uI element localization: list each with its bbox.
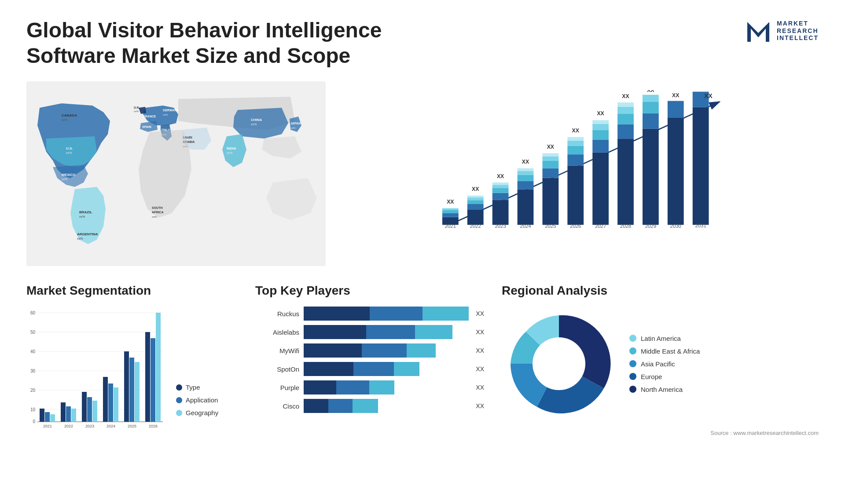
svg-text:XX: XX [647,90,654,93]
svg-rect-59 [518,171,534,175]
svg-rect-64 [543,168,559,178]
svg-text:XX: XX [672,92,680,99]
player-bar-wrap [304,380,469,394]
reg-dot-europe [629,373,636,380]
svg-text:2030: 2030 [670,223,681,229]
reg-dot-latin [629,335,636,342]
svg-text:xx%: xx% [143,120,148,122]
svg-rect-129 [92,401,97,422]
reg-dot-mea [629,347,636,354]
svg-rect-63 [543,178,559,225]
svg-text:2022: 2022 [64,424,73,428]
svg-rect-123 [61,402,66,422]
svg-rect-70 [567,166,584,225]
reg-legend-apac: Asia Pacific [629,360,700,368]
svg-point-143 [533,337,585,390]
reg-legend-latin: Latin America [629,335,700,342]
svg-text:XX: XX [522,159,529,165]
player-row: Purple XX [255,380,484,394]
svg-rect-80 [592,124,609,130]
svg-rect-58 [518,175,534,181]
reg-dot-na [629,386,636,393]
svg-rect-141 [156,313,161,422]
regional-content: Latin America Middle East & Africa Asia … [502,307,819,421]
svg-rect-85 [617,124,634,139]
legend-dot-geography [176,410,182,416]
svg-rect-74 [567,137,584,141]
svg-text:MEXICO: MEXICO [62,173,76,177]
reg-label-na: North America [641,386,683,393]
svg-text:INDIA: INDIA [227,146,236,150]
svg-rect-81 [592,120,609,124]
svg-rect-91 [643,129,659,225]
svg-rect-79 [592,130,609,140]
logo-box: MARKET RESEARCH INTELLECT [745,18,819,44]
player-val: XX [476,402,484,409]
svg-text:SPAIN: SPAIN [142,125,151,128]
svg-text:2021: 2021 [445,223,456,229]
svg-text:XX: XX [597,110,604,117]
segmentation-container: Market Segmentation 60 50 40 30 20 10 0 [26,284,238,436]
svg-text:XX: XX [572,128,580,134]
svg-rect-52 [492,185,509,188]
svg-text:2021: 2021 [43,424,52,428]
svg-text:xx%: xx% [251,123,257,126]
svg-rect-57 [518,181,534,190]
svg-rect-133 [114,387,118,422]
svg-text:CHINA: CHINA [251,118,262,122]
player-row: Cisco XX [255,399,484,413]
logo-text: MARKET RESEARCH INTELLECT [777,20,819,42]
svg-rect-86 [617,114,634,125]
svg-text:20: 20 [30,388,36,393]
reg-dot-apac [629,360,636,367]
bar-chart-svg: XX 2021 XX 2022 XX 2023 [352,90,810,244]
reg-legend-mea: Middle East & Africa [629,347,700,355]
svg-text:2024: 2024 [520,223,531,229]
svg-text:GERMANY: GERMANY [163,109,179,112]
svg-rect-66 [543,157,559,161]
player-name: SpotOn [255,365,299,373]
svg-rect-60 [518,168,534,171]
svg-rect-136 [129,358,134,422]
svg-rect-73 [567,141,584,146]
player-row: MyWifi XX [255,343,484,358]
svg-rect-77 [592,153,609,225]
svg-rect-120 [45,412,50,422]
svg-rect-98 [668,101,684,118]
svg-rect-132 [108,383,113,422]
legend-label-application: Application [186,396,218,404]
legend-label-geography: Geography [186,409,218,416]
svg-text:2025: 2025 [128,424,136,428]
svg-text:xx%: xx% [77,237,83,240]
svg-rect-45 [467,197,484,200]
svg-rect-137 [135,362,140,422]
svg-text:2026: 2026 [570,223,581,229]
svg-rect-88 [617,102,634,107]
player-name: Cisco [255,402,299,410]
svg-rect-93 [643,102,659,113]
svg-rect-43 [467,204,484,209]
svg-rect-72 [567,146,584,154]
bottom-section: Market Segmentation 60 50 40 30 20 10 0 [26,284,819,436]
world-map: CANADA xx% U.S. xx% MEXICO xx% BRAZIL xx… [26,81,326,266]
legend-dot-type [176,384,182,391]
svg-text:2024: 2024 [107,424,115,428]
svg-text:xx%: xx% [62,118,67,121]
svg-rect-39 [442,208,459,210]
player-name: MyWifi [255,347,299,354]
svg-text:XX: XX [497,173,504,179]
svg-rect-128 [87,397,92,422]
player-val: XX [476,310,484,317]
player-bar-wrap [304,399,469,413]
svg-text:2031: 2031 [695,223,706,228]
player-row: SpotOn XX [255,362,484,376]
svg-text:CANADA: CANADA [62,113,77,117]
player-val: XX [476,365,484,373]
svg-rect-71 [567,154,584,165]
player-name: Ruckus [255,310,299,318]
svg-text:xx%: xx% [66,151,72,154]
legend-type: Type [176,383,218,391]
svg-text:2029: 2029 [645,223,656,229]
svg-text:XX: XX [447,199,454,205]
player-val: XX [476,329,484,336]
